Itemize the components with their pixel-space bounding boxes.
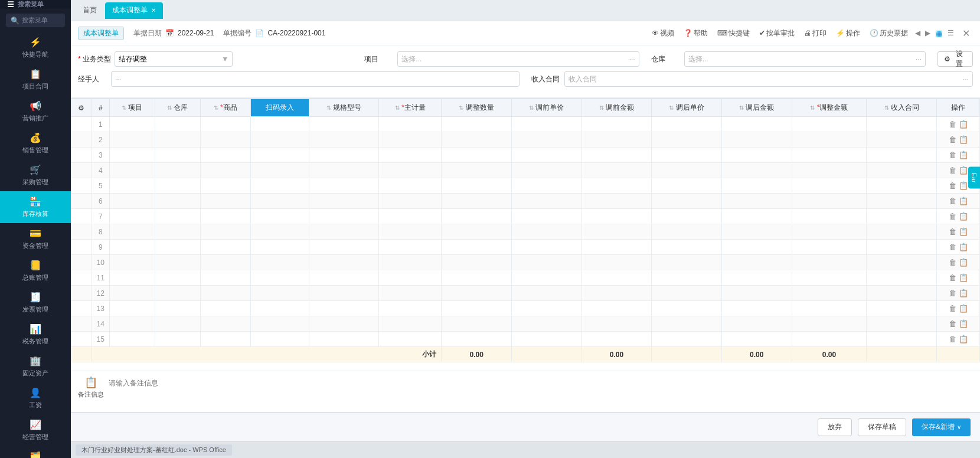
income-contract-cell[interactable] [867, 255, 937, 270]
sidebar-item-invoice[interactable]: 🧾 发票管理 [0, 287, 71, 319]
pre-unit-price-cell[interactable] [511, 224, 582, 240]
spec-cell[interactable] [309, 209, 379, 224]
post-amount-cell[interactable] [721, 178, 792, 194]
copy-row-icon[interactable]: 📋 [959, 319, 968, 328]
form-close-btn[interactable]: ✕ [959, 26, 973, 40]
pre-unit-price-cell[interactable] [511, 148, 582, 163]
product-cell[interactable] [200, 132, 250, 148]
post-amount-cell[interactable] [721, 148, 792, 163]
post-unit-price-cell[interactable] [652, 286, 722, 301]
copy-row-icon[interactable]: 📋 [959, 197, 968, 205]
tab-close-icon[interactable]: ✕ [151, 7, 156, 14]
copy-row-icon[interactable]: 📋 [959, 258, 968, 267]
delete-row-icon[interactable]: 🗑 [949, 289, 956, 297]
scan-cell[interactable] [250, 163, 309, 178]
adj-qty-cell[interactable] [442, 255, 512, 270]
product-cell[interactable] [200, 332, 250, 347]
project-cell[interactable] [109, 270, 155, 286]
adj-amount-cell[interactable] [792, 332, 867, 347]
spec-cell[interactable] [309, 132, 379, 148]
delete-row-icon[interactable]: 🗑 [949, 120, 956, 129]
income-contract-cell[interactable] [867, 224, 937, 240]
unit-cell[interactable] [379, 132, 442, 148]
th-post-amount[interactable]: ⇅ 调后金额 [721, 99, 792, 117]
copy-row-icon[interactable]: 📋 [959, 243, 968, 251]
post-unit-price-cell[interactable] [652, 240, 722, 255]
product-cell[interactable] [200, 316, 250, 332]
warehouse-cell[interactable] [155, 240, 200, 255]
scan-cell[interactable] [250, 178, 309, 194]
sidebar-item-basic-info[interactable]: 🗂️ 基础信息 [0, 446, 71, 458]
pre-unit-price-cell[interactable] [511, 255, 582, 270]
adj-amount-cell[interactable] [792, 117, 867, 132]
warehouse-cell[interactable] [155, 270, 200, 286]
product-cell[interactable] [200, 255, 250, 270]
th-warehouse[interactable]: ⇅ 仓库 [155, 99, 200, 117]
pre-amount-cell[interactable] [582, 286, 652, 301]
warehouse-cell[interactable] [155, 286, 200, 301]
scan-cell[interactable] [250, 148, 309, 163]
pre-amount-cell[interactable] [582, 255, 652, 270]
pre-unit-price-cell[interactable] [511, 316, 582, 332]
post-unit-price-cell[interactable] [652, 224, 722, 240]
th-project[interactable]: ⇅ 项目 [109, 99, 155, 117]
delete-row-icon[interactable]: 🗑 [949, 335, 956, 344]
delete-row-icon[interactable]: 🗑 [949, 166, 956, 175]
adj-amount-cell[interactable] [792, 194, 867, 209]
warehouse-cell[interactable] [155, 178, 200, 194]
copy-row-icon[interactable]: 📋 [959, 227, 968, 236]
unit-cell[interactable] [379, 178, 442, 194]
print-action[interactable]: 🖨 打印 [802, 27, 829, 40]
adj-amount-cell[interactable] [792, 224, 867, 240]
th-income-contract[interactable]: ⇅ 收入合同 [867, 99, 937, 117]
pre-unit-price-cell[interactable] [511, 209, 582, 224]
pre-unit-price-cell[interactable] [511, 132, 582, 148]
adj-qty-cell[interactable] [442, 301, 512, 316]
project-cell[interactable] [109, 286, 155, 301]
adj-amount-cell[interactable] [792, 240, 867, 255]
scan-cell[interactable] [250, 270, 309, 286]
unit-cell[interactable] [379, 148, 442, 163]
post-unit-price-cell[interactable] [652, 209, 722, 224]
th-spec-model[interactable]: ⇅ 规格型号 [309, 99, 379, 117]
post-unit-price-cell[interactable] [652, 148, 722, 163]
product-cell[interactable] [200, 286, 250, 301]
scan-cell[interactable] [250, 316, 309, 332]
unit-cell[interactable] [379, 332, 442, 347]
pre-amount-cell[interactable] [582, 301, 652, 316]
save-new-button[interactable]: 保存&新增 ∨ [912, 418, 971, 436]
project-input[interactable]: 选择... ··· [397, 51, 639, 67]
income-contract-cell[interactable] [867, 132, 937, 148]
product-cell[interactable] [200, 178, 250, 194]
project-cell[interactable] [109, 132, 155, 148]
warehouse-cell[interactable] [155, 332, 200, 347]
adj-amount-cell[interactable] [792, 301, 867, 316]
pre-amount-cell[interactable] [582, 270, 652, 286]
pre-amount-cell[interactable] [582, 224, 652, 240]
adj-amount-cell[interactable] [792, 316, 867, 332]
post-unit-price-cell[interactable] [652, 332, 722, 347]
pre-unit-price-cell[interactable] [511, 301, 582, 316]
scan-cell[interactable] [250, 255, 309, 270]
ops-action[interactable]: ⚡ 操作 [834, 27, 863, 40]
unit-cell[interactable] [379, 224, 442, 240]
copy-row-icon[interactable]: 📋 [959, 181, 968, 190]
warehouse-cell[interactable] [155, 316, 200, 332]
income-contract-cell[interactable] [867, 301, 937, 316]
delete-row-icon[interactable]: 🗑 [949, 135, 956, 144]
project-cell[interactable] [109, 194, 155, 209]
sidebar-search[interactable]: 🔍 搜索菜单 [0, 9, 71, 32]
spec-cell[interactable] [309, 224, 379, 240]
adj-qty-cell[interactable] [442, 286, 512, 301]
unit-cell[interactable] [379, 240, 442, 255]
project-cell[interactable] [109, 117, 155, 132]
post-unit-price-cell[interactable] [652, 270, 722, 286]
sidebar-item-sales-management[interactable]: 💰 销售管理 [0, 127, 71, 159]
sidebar-item-project-contract[interactable]: 📋 项目合同 [0, 64, 71, 96]
post-unit-price-cell[interactable] [652, 301, 722, 316]
project-cell[interactable] [109, 255, 155, 270]
warehouse-input[interactable]: 选择... ··· [684, 51, 926, 67]
spec-cell[interactable] [309, 286, 379, 301]
shortcut-action[interactable]: ⌨ 快捷键 [715, 27, 752, 40]
unit-cell[interactable] [379, 117, 442, 132]
